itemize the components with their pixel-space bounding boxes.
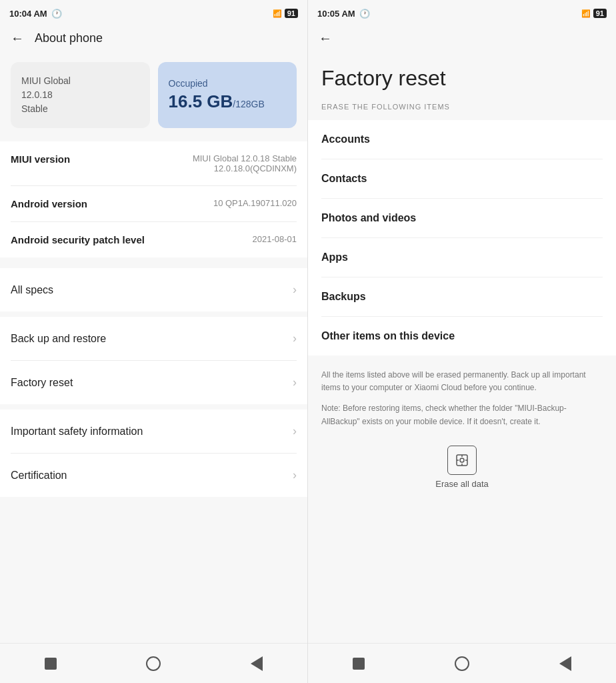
erase-icon [455, 453, 469, 468]
left-panel: 10:04 AM 🕐 📶 91 ← About phone MIUI Globa… [0, 0, 308, 683]
back-button-right[interactable]: ← [319, 31, 332, 46]
miui-version-value: MIUI Global 12.0.18 Stable 12.0.18.0(QCD… [154, 153, 297, 173]
info-section: MIUI version MIUI Global 12.0.18 Stable … [0, 141, 307, 257]
nav-row-factory-reset[interactable]: Factory reset › [11, 361, 297, 404]
warning-text-area: All the items listed above will be erase… [308, 356, 616, 435]
miui-info-card: MIUI Global 12.0.18 Stable [11, 62, 150, 128]
svg-point-1 [460, 458, 464, 462]
erase-all-button[interactable]: Erase all data [308, 435, 616, 496]
warning-text-2: Note: Before restoring items, check whet… [321, 402, 603, 428]
page-header-right: ← [308, 24, 616, 53]
erase-item-apps: Apps [321, 238, 603, 277]
security-patch-label: Android security patch level [11, 234, 154, 245]
storage-total: /128GB [233, 99, 264, 109]
erase-item-other: Other items on this device [321, 317, 603, 356]
back-button-nav-left[interactable] [251, 656, 263, 671]
nav-row-backup[interactable]: Back up and restore › [11, 317, 297, 361]
erase-item-photos: Photos and videos [321, 199, 603, 238]
time-right: 10:05 AM [317, 9, 355, 19]
square-icon-left [45, 658, 57, 670]
miui-info-text: MIUI Global 12.0.18 Stable [21, 74, 139, 116]
nav-section-left: All specs › [0, 268, 307, 311]
miui-storage-card: Occupied 16.5 GB/128GB [158, 62, 297, 128]
battery-badge-left: 91 [285, 9, 298, 18]
recent-apps-button-left[interactable] [45, 658, 57, 670]
nav-label-safety: Important safety information [11, 426, 143, 438]
security-patch-row: Android security patch level 2021-08-01 [11, 222, 297, 257]
erase-all-label: Erase all data [435, 479, 489, 489]
right-content: Factory reset ERASE THE FOLLOWING ITEMS … [308, 53, 616, 643]
nav-label-all-specs: All specs [11, 284, 53, 296]
status-icons-right: 📶 91 [581, 9, 607, 18]
battery-badge-right: 91 [593, 9, 607, 18]
nav-row-certification[interactable]: Certification › [11, 454, 297, 497]
chevron-safety: › [293, 424, 297, 438]
erase-item-backups: Backups [321, 277, 603, 317]
nav-section-backup: Back up and restore › Factory reset › [0, 317, 307, 404]
status-bar-left: 10:04 AM 🕐 📶 91 [0, 0, 307, 24]
recent-apps-button-right[interactable] [353, 658, 365, 670]
erase-icon-box [447, 446, 477, 475]
time-left: 10:04 AM [9, 9, 47, 19]
nav-bar-right [308, 643, 616, 683]
chevron-certification: › [293, 468, 297, 482]
chevron-factory-reset: › [293, 376, 297, 390]
warning-text-1: All the items listed above will be erase… [321, 369, 603, 394]
back-icon-right [559, 656, 571, 671]
android-version-label: Android version [11, 198, 154, 209]
chevron-all-specs: › [293, 283, 297, 297]
storage-value: 16.5 GB [169, 91, 233, 111]
home-icon-left [146, 656, 161, 671]
erase-item-contacts: Contacts [321, 159, 603, 199]
nav-section-safety: Important safety information › Certifica… [0, 410, 307, 497]
status-icons-left: 📶 91 [273, 9, 298, 18]
nav-bar-left [0, 643, 307, 683]
status-bar-right: 10:05 AM 🕐 📶 91 [308, 0, 616, 24]
nav-label-factory-reset: Factory reset [11, 377, 73, 389]
nav-label-certification: Certification [11, 470, 67, 482]
miui-version-row: MIUI version MIUI Global 12.0.18 Stable … [11, 141, 297, 186]
back-button-left[interactable]: ← [11, 31, 24, 46]
square-icon-right [353, 658, 365, 670]
nav-row-safety[interactable]: Important safety information › [11, 410, 297, 454]
storage-value-row: 16.5 GB/128GB [169, 91, 287, 112]
erase-label: ERASE THE FOLLOWING ITEMS [308, 97, 616, 120]
page-title-left: About phone [35, 31, 103, 45]
android-version-row: Android version 10 QP1A.190711.020 [11, 186, 297, 222]
content-left: MIUI Global 12.0.18 Stable Occupied 16.5… [0, 53, 307, 643]
signal-icon-left: 📶 [273, 9, 282, 18]
erase-items-section: Accounts Contacts Photos and videos Apps… [308, 120, 616, 356]
right-panel: 10:05 AM 🕐 📶 91 ← Factory reset ERASE TH… [308, 0, 616, 683]
android-version-value: 10 QP1A.190711.020 [154, 198, 297, 208]
back-button-nav-right[interactable] [559, 656, 571, 671]
home-icon-right [455, 656, 469, 671]
signal-icon-right: 📶 [581, 9, 591, 18]
nav-row-all-specs[interactable]: All specs › [11, 268, 297, 311]
home-button-right[interactable] [455, 656, 469, 671]
miui-card-area: MIUI Global 12.0.18 Stable Occupied 16.5… [0, 53, 307, 141]
storage-label: Occupied [169, 78, 287, 89]
page-header-left: ← About phone [0, 24, 307, 53]
miui-version-label: MIUI version [11, 153, 154, 165]
factory-reset-title: Factory reset [308, 53, 616, 97]
alarm-icon-right: 🕐 [359, 9, 370, 19]
alarm-icon-left: 🕐 [51, 9, 62, 19]
nav-label-backup: Back up and restore [11, 333, 106, 345]
chevron-backup: › [293, 331, 297, 346]
home-button-left[interactable] [146, 656, 161, 671]
erase-item-accounts: Accounts [321, 120, 603, 159]
security-patch-value: 2021-08-01 [154, 234, 297, 244]
back-icon-left [251, 656, 263, 671]
